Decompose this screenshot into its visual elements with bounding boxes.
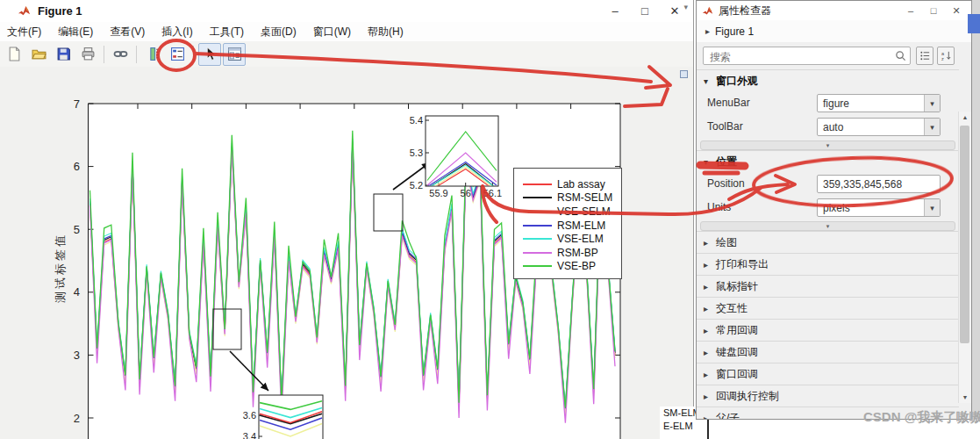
section-header-0[interactable]: ▾窗口外观 (697, 69, 959, 91)
dropdown-arrow-icon[interactable]: ▾ (924, 119, 940, 135)
chevron-right-icon: ▸ (705, 26, 710, 36)
svg-text:5.3: 5.3 (410, 148, 423, 158)
dropdown-arrow-icon[interactable]: ▾ (924, 95, 940, 112)
collapse-strip[interactable]: ▾ (697, 139, 959, 150)
screenshot-stage: Figure 1 – □ ✕ 文件(F)编辑(E)查看(V)插入(I)工具(T)… (0, 0, 980, 439)
collapsed-section-6[interactable]: ▸窗口回调 (697, 363, 959, 385)
csdn-watermark: CSDN @我来了嗷嗷嗷 (863, 409, 980, 426)
sort-az-button[interactable]: az (937, 47, 955, 65)
insert-colorbar-button[interactable] (141, 43, 164, 66)
svg-text:3.4: 3.4 (243, 431, 256, 439)
figure-minimize-button[interactable]: – (600, 0, 630, 22)
legend-entry: RSM-SELM (523, 191, 618, 205)
svg-text:a: a (941, 51, 944, 56)
search-input[interactable] (708, 48, 887, 65)
legend-line-sample (523, 252, 552, 254)
toolbar-separator (104, 46, 104, 63)
scroll-up-icon[interactable]: ▲ (959, 112, 971, 123)
section-label: 回调执行控制 (716, 389, 779, 404)
background-blue-element (968, 14, 980, 33)
legend-fragment-item: E-ELM (663, 420, 707, 433)
property-inspector-button[interactable] (223, 43, 246, 66)
save-figure-button[interactable] (52, 43, 75, 66)
toolbar-separator (136, 46, 137, 63)
plot-legend[interactable]: Lab assayRSM-SELMVSE-SELMRSM-ELMVSE-ELMR… (513, 168, 622, 279)
collapsed-section-4[interactable]: ▸常用回调 (697, 319, 959, 341)
collapsed-section-5[interactable]: ▸键盘回调 (697, 341, 959, 363)
svg-text:2: 2 (74, 412, 80, 425)
chevron-right-icon: ▸ (704, 238, 711, 248)
units-dropdown[interactable]: pixels▾ (817, 198, 941, 217)
legend-line-sample (523, 197, 552, 198)
print-figure-button[interactable] (76, 43, 99, 66)
legend-label: RSM-BP (557, 247, 598, 259)
inspector-scrollbar[interactable]: ▲ ▼ (958, 112, 971, 403)
legend-line-sample (523, 265, 552, 267)
inspector-object-row[interactable]: ▸ Figure 1 (697, 20, 971, 43)
figure-canvas: 765432测试标签值5.45.35.255.95656.13.63.4 Lab… (0, 67, 693, 439)
inspector-maximize-button[interactable]: □ (922, 1, 945, 20)
figure-title: Figure 1 (38, 4, 82, 18)
desktop-edge-sliver (972, 0, 980, 420)
section-label: 交互性 (716, 301, 748, 316)
menubar-overflow-icon[interactable]: ▾ (683, 3, 688, 11)
legend-label: VSE-ELM (557, 233, 604, 245)
legend-label: VSE-SELM (557, 205, 611, 218)
chevron-right-icon: ▸ (704, 282, 711, 291)
section-label: 位置 (716, 155, 737, 169)
collapsed-section-7[interactable]: ▸回调执行控制 (697, 385, 959, 407)
property-label: Units (707, 201, 731, 213)
inspector-close-button[interactable]: ✕ (945, 1, 968, 20)
property-value: figure (823, 97, 849, 110)
legend-label: RSM-SELM (557, 191, 612, 204)
menu-item-1[interactable]: 编辑(E) (58, 25, 93, 40)
inspector-minimize-button[interactable]: – (899, 1, 922, 20)
property-row-units: Unitspixels▾ (697, 196, 959, 220)
chevron-right-icon: ▸ (704, 370, 711, 379)
collapsed-section-0[interactable]: ▸绘图 (697, 231, 959, 253)
insert-legend-button[interactable] (166, 43, 189, 66)
menu-item-5[interactable]: 桌面(D) (261, 25, 297, 40)
inspector-titlebar: 属性检查器 – □ ✕ (697, 1, 971, 21)
collapsed-section-2[interactable]: ▸鼠标指针 (697, 275, 959, 297)
svg-text:7: 7 (74, 97, 80, 111)
dropdown-arrow-icon[interactable]: ▾ (924, 199, 940, 216)
legend-line-sample (523, 184, 552, 185)
menubar-dropdown[interactable]: figure▾ (817, 94, 941, 112)
collapsed-section-1[interactable]: ▸打印和导出 (697, 253, 959, 275)
section-header-1[interactable]: ▾位置 (697, 150, 959, 172)
legend-label: Lab assay (557, 178, 605, 191)
menu-item-3[interactable]: 插入(I) (161, 25, 192, 40)
collapse-strip[interactable]: ▾ (697, 220, 959, 231)
scroll-down-icon[interactable]: ▼ (959, 392, 971, 403)
collapsed-section-3[interactable]: ▸交互性 (697, 297, 959, 319)
position-input[interactable]: 359,335,845,568 (817, 175, 941, 193)
figure-maximize-button[interactable]: □ (630, 0, 660, 22)
chevron-right-icon: ▸ (704, 260, 711, 270)
toolbar-dropdown[interactable]: auto▾ (817, 118, 941, 136)
legend-entry: RSM-BP (523, 246, 618, 260)
group-view-button[interactable] (916, 47, 934, 65)
menu-item-6[interactable]: 窗口(W) (313, 25, 351, 40)
scrollbar-thumb[interactable] (960, 126, 969, 343)
menu-item-2[interactable]: 查看(V) (110, 25, 145, 40)
svg-text:5: 5 (74, 223, 80, 236)
chevron-down-icon: ▾ (704, 76, 711, 86)
section-label: 绘图 (716, 235, 737, 250)
open-file-button[interactable] (27, 43, 50, 66)
property-label: ToolBar (707, 120, 743, 133)
selection-handle[interactable] (680, 70, 688, 78)
property-row-toolbar: ToolBarauto▾ (697, 115, 959, 139)
search-box (703, 47, 911, 65)
menu-item-0[interactable]: 文件(F) (7, 25, 41, 40)
new-figure-button[interactable] (3, 43, 25, 66)
svg-text:测试标签值: 测试标签值 (54, 233, 67, 303)
menu-item-7[interactable]: 帮助(H) (368, 25, 404, 40)
inspector-search-row: az (697, 42, 971, 69)
link-plot-button[interactable] (109, 43, 132, 66)
legend-line-sample (523, 225, 552, 227)
legend-entry: VSE-ELM (523, 232, 618, 246)
menu-item-4[interactable]: 工具(T) (210, 25, 244, 40)
chevron-right-icon: ▸ (704, 326, 711, 335)
edit-plot-button[interactable] (198, 43, 221, 66)
